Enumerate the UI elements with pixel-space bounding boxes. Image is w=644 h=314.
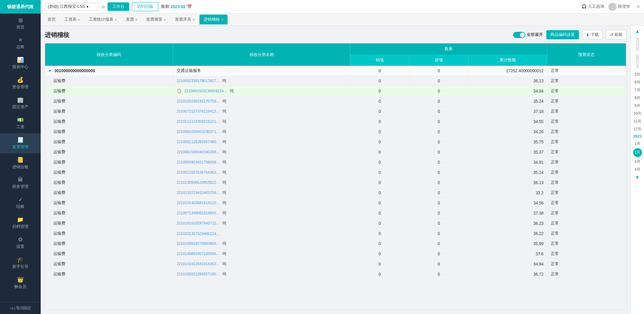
month-1[interactable]: 1月 bbox=[631, 140, 644, 148]
month-4[interactable]: 4月 bbox=[631, 165, 644, 173]
month-11[interactable]: 11月 bbox=[631, 117, 644, 125]
cell-cumulative: 36.13 bbox=[468, 76, 547, 86]
cell-name-child: 运输费 bbox=[45, 157, 173, 168]
unfix-button[interactable]: ◁◁ 取消固定 bbox=[0, 302, 41, 314]
cell-purchase: 0 bbox=[409, 66, 468, 76]
switch-version-button[interactable]: 切到旧版 bbox=[132, 2, 158, 11]
cell-status: 正常 bbox=[547, 208, 626, 218]
tab-invoice-issue[interactable]: 发票开具 × bbox=[171, 15, 199, 24]
col-cumulative: 累计数额 bbox=[468, 55, 547, 66]
sidebar-item-label: 进销台账 bbox=[12, 164, 28, 170]
cell-purchase: 0 bbox=[409, 137, 468, 147]
topbar-right: 🎧 人工咨询 徐澄华 × bbox=[582, 3, 640, 11]
cell-name-child: 运输费 bbox=[45, 117, 173, 127]
month-3[interactable]: 3月 bbox=[631, 158, 644, 165]
cell-status: 正常 bbox=[547, 147, 626, 157]
tab-payroll-close[interactable]: × bbox=[78, 18, 80, 22]
data-table-wrapper[interactable]: 税收分类编码 税收分类名称 数量 预警状态 销项 进项 累计数额 bbox=[45, 43, 626, 310]
tab-payroll[interactable]: 工资表 × bbox=[60, 15, 84, 24]
calendar-icon[interactable]: 📅 bbox=[187, 4, 192, 9]
cell-status: 正常 bbox=[547, 239, 626, 249]
tab-invoice-issue-close[interactable]: × bbox=[193, 18, 195, 22]
sidebar-item-reports[interactable]: 📊 报表中心 bbox=[0, 53, 41, 73]
cell-purchase: 0 bbox=[409, 249, 468, 259]
sidebar-item-closing[interactable]: ✓ 结账 bbox=[0, 193, 41, 213]
expand-toggle[interactable]: 全部展开 bbox=[513, 32, 543, 38]
sidebar-item-guide[interactable]: 🎓 新手引导 bbox=[0, 253, 41, 273]
cell-purchase: 0 bbox=[409, 157, 468, 168]
sidebar-item-settings[interactable]: ⚙ 设置 bbox=[0, 233, 41, 253]
sidebar-item-label: 畅会员 bbox=[14, 284, 26, 290]
member-icon: 👑 bbox=[17, 276, 24, 283]
tab-payroll-stats-close[interactable]: × bbox=[115, 18, 117, 22]
sidebar-item-ledger[interactable]: ≡ 总账 bbox=[0, 34, 41, 53]
period-display: 账期 2023-02 📅 bbox=[161, 4, 192, 9]
tab-reconciliation-close[interactable]: × bbox=[221, 18, 223, 22]
main-content: 进销稽核 全部展开 商品编码设置 ⬇ 下载 ↺ 刷 bbox=[41, 26, 630, 314]
cell-name-child: 运输费 bbox=[45, 106, 173, 117]
cell-sale: 0 bbox=[350, 198, 409, 208]
tab-invoice-calc-close[interactable]: × bbox=[164, 18, 166, 22]
support-button[interactable]: 🎧 人工咨询 bbox=[582, 4, 604, 9]
sidebar-item-tax[interactable]: 🏛 税务管理 bbox=[0, 173, 41, 193]
cell-name-child: 运输费 bbox=[45, 259, 173, 269]
cell-sale: 0 bbox=[350, 229, 409, 239]
cell-name: 交通运输服务 bbox=[173, 66, 350, 76]
tab-payroll-stats[interactable]: 工资统计报表 × bbox=[85, 15, 121, 24]
tab-home[interactable]: 首页 bbox=[43, 15, 60, 24]
scroll-down-button[interactable]: ▼ bbox=[634, 173, 641, 181]
tab-reconciliation[interactable]: 进销稽核 × bbox=[199, 15, 227, 24]
expand-all-label: 全部展开 bbox=[527, 32, 543, 38]
cell-invoice: 2210141912541014302... 吨 bbox=[173, 259, 350, 269]
sidebar-item-funds[interactable]: 💰 资金管理 bbox=[0, 73, 41, 93]
sidebar-item-member[interactable]: 👑 畅会员 bbox=[0, 273, 41, 293]
sidebar-item-assets[interactable]: 🏢 固定资产 bbox=[0, 93, 41, 113]
user-menu[interactable]: 徐澄华 bbox=[608, 3, 630, 11]
month-10[interactable]: 10月 bbox=[631, 110, 644, 117]
year-2023[interactable]: 2023 bbox=[631, 133, 644, 140]
tab-invoice[interactable]: 发票 × bbox=[122, 15, 141, 24]
cell-sale: 0 bbox=[350, 96, 409, 106]
month-7[interactable]: 7月 bbox=[631, 86, 644, 94]
tab-invoice-calc[interactable]: 发票测算 × bbox=[142, 15, 170, 24]
workspace-button[interactable]: 工作台 bbox=[108, 2, 129, 11]
sidebar-item-payroll[interactable]: 💵 工资 bbox=[0, 113, 41, 133]
toggle-thumb bbox=[520, 33, 525, 37]
headset-icon: 🎧 bbox=[582, 4, 587, 9]
sidebar-item-archive[interactable]: 📁 归档管理 bbox=[0, 213, 41, 233]
sidebar: 畅捷通易代账 ⊞ 首页 ≡ 总账 📊 报表中心 💰 资金管理 🏢 固定资产 💵 … bbox=[0, 0, 41, 314]
close-window-button[interactable]: × bbox=[637, 4, 640, 10]
cell-purchase: 0 bbox=[409, 127, 468, 137]
favorite-icon[interactable]: ♡ bbox=[634, 181, 641, 190]
cell-invoice: 2210131019432403759... 吨 bbox=[173, 188, 350, 198]
cell-name-child: 运输费 bbox=[45, 137, 173, 147]
month-5[interactable]: 5月 bbox=[631, 71, 644, 78]
cell-cumulative: 34.84 bbox=[468, 86, 547, 96]
cell-name-child: 运输费 bbox=[45, 76, 173, 86]
cell-invoice: 2210182021269257195... 吨 bbox=[173, 269, 350, 279]
scroll-up-button[interactable]: ▲ bbox=[634, 27, 641, 35]
sidebar-item-label: 资金管理 bbox=[12, 84, 28, 90]
cell-status: 正常 bbox=[547, 86, 626, 96]
copy-icon[interactable]: ⧉ bbox=[102, 4, 105, 9]
sidebar-item-label: 固定资产 bbox=[12, 104, 28, 110]
company-selector[interactable]: (勿动) 江西报宝-LSS ▾ bbox=[45, 3, 99, 11]
sidebar-item-invoice-mgmt[interactable]: 🧾 发票管理 bbox=[0, 133, 41, 153]
month-6[interactable]: 6月 bbox=[631, 78, 644, 86]
cell-name-child: 运输费 bbox=[45, 249, 173, 259]
sidebar-item-label: 报表中心 bbox=[12, 64, 28, 70]
sidebar-item-home[interactable]: ⊞ 首页 bbox=[0, 14, 41, 34]
month-8[interactable]: 8月 bbox=[631, 94, 644, 102]
month-2-active[interactable]: 2月 bbox=[633, 148, 642, 157]
tab-invoice-close[interactable]: × bbox=[135, 18, 137, 22]
download-button[interactable]: ⬇ 下载 bbox=[582, 30, 603, 40]
refresh-button[interactable]: ↺ 刷新 bbox=[606, 30, 626, 40]
goods-code-button[interactable]: 商品编码设置 bbox=[546, 30, 579, 39]
month-12[interactable]: 12月 bbox=[631, 125, 644, 133]
year-label-top: 2023.02 bbox=[636, 53, 640, 71]
sidebar-item-purchase-sales[interactable]: 📒 进销台账 bbox=[0, 153, 41, 173]
toggle-track[interactable] bbox=[513, 32, 525, 38]
cell-cumulative: 37.18 bbox=[468, 106, 547, 117]
month-9[interactable]: 9月 bbox=[631, 102, 644, 110]
cell-invoice: 2210050903431708658... 吨 bbox=[173, 157, 350, 168]
